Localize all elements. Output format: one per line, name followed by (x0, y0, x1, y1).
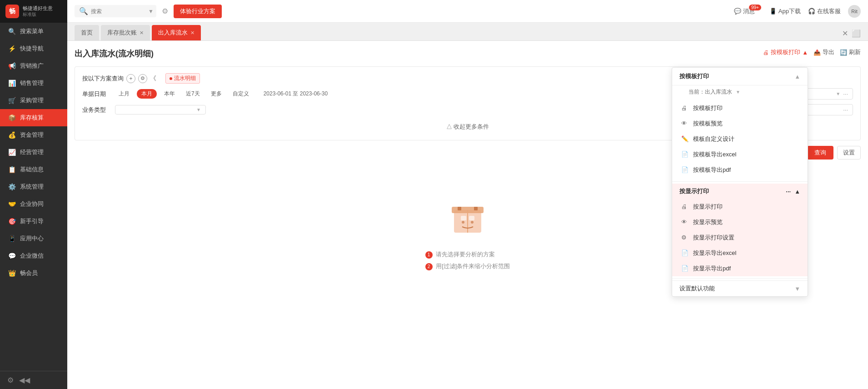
search-input[interactable] (91, 8, 145, 15)
display-item-display-preview[interactable]: 👁按显示预览 (672, 214, 808, 230)
dropdown-item-template-print[interactable]: 🖨按模板打印 (672, 100, 808, 116)
search-icon: 🔍 (79, 7, 88, 15)
filter-add-button[interactable]: + (126, 74, 135, 83)
header-search-box[interactable]: 🔍 ▼ (75, 5, 156, 17)
dropdown-current[interactable]: 当前：出入库流水 ▼ (672, 85, 808, 99)
message-badge: 99+ (749, 5, 761, 10)
export-button[interactable]: 📤 导出 (813, 48, 834, 56)
search-dropdown-arrow[interactable]: ▼ (148, 8, 154, 15)
date-btn-more[interactable]: 更多 (207, 89, 225, 99)
sidebar-item-member[interactable]: 👑畅会员 (0, 264, 67, 282)
svg-rect-4 (469, 216, 474, 220)
sidebar-item-basic-info[interactable]: 📋基础信息 (0, 161, 67, 178)
header-gear-icon[interactable]: ⚙ (162, 7, 168, 15)
quick-nav-icon: ⚡ (7, 45, 16, 52)
close-tab-icon[interactable]: ✕ (842, 29, 848, 38)
tip1-number: 1 (425, 251, 433, 259)
sidebar: 畅 畅捷通好生意 标准版 🔍搜索菜单⚡快捷导航📢营销推广📊销售管理🛒采购管理📦库… (0, 0, 67, 389)
settings-button[interactable]: 设置 (837, 146, 861, 160)
filter-settings-button[interactable]: ⚙ (138, 74, 147, 83)
user-avatar[interactable]: Rit (848, 5, 861, 18)
sidebar-item-search[interactable]: 🔍搜索菜单 (0, 23, 67, 40)
finance-icon: 💰 (7, 131, 16, 139)
dropdown-item-template-export-excel[interactable]: 📄按模板导出excel (672, 147, 808, 162)
basic-info-label: 基础信息 (20, 165, 44, 174)
date-btn-last-month[interactable]: 上月 (115, 89, 133, 99)
sidebar-item-purchase[interactable]: 🛒采购管理 (0, 92, 67, 109)
display-item-display-print[interactable]: 🖨按显示打印 (672, 199, 808, 214)
sidebar-item-system[interactable]: ⚙️系统管理 (0, 178, 67, 195)
tab-close-batch-account[interactable]: ✕ (140, 30, 144, 36)
tab-close-flow[interactable]: ✕ (190, 30, 195, 36)
template-preview-icon: 👁 (681, 120, 688, 127)
filter-tag-label: 流水明细 (174, 75, 196, 82)
tab-home[interactable]: 首页 (75, 25, 99, 40)
settings-icon[interactable]: ⚙ (7, 376, 14, 384)
app-download-button[interactable]: 📱 App下载 (769, 7, 801, 15)
dropdown-item-template-export-pdf[interactable]: 📄按模板导出pdf (672, 162, 808, 178)
template-print-button[interactable]: 🖨 按模板打印 ▲ (763, 48, 808, 56)
display-item-display-export-pdf[interactable]: 📄按显示导出pdf (672, 261, 808, 276)
template-print-label: 按模板打印 (771, 48, 800, 56)
doc-type-dots[interactable]: ··· (843, 90, 848, 97)
trial-button[interactable]: 体验行业方案 (174, 5, 222, 18)
query-button[interactable]: 查询 (807, 146, 833, 160)
logo-icon: 畅 (5, 5, 19, 18)
guide-icon: 🎯 (7, 218, 16, 225)
service-label: 在线客服 (817, 7, 841, 15)
refresh-button[interactable]: 🔄 刷新 (840, 48, 861, 56)
date-btn-current-year[interactable]: 本年 (160, 89, 179, 99)
sidebar-item-guide[interactable]: 🎯新手引导 (0, 213, 67, 230)
sidebar-item-wechat[interactable]: 💬企业微信 (0, 247, 67, 264)
display-section-title: 按显示打印 (679, 187, 709, 195)
tabs-bar-right: ✕ ⬜ (842, 29, 861, 38)
marketing-label: 营销推广 (20, 62, 44, 70)
template-export-excel-label: 按模板导出excel (693, 150, 736, 159)
warehouse-dots[interactable]: ··· (843, 106, 848, 113)
sidebar-item-sales[interactable]: 📊销售管理 (0, 75, 67, 92)
collapse-icon[interactable]: ◀◀ (19, 376, 30, 384)
dropdown-footer[interactable]: 设置默认功能 ▼ (672, 280, 808, 296)
finance-label: 资金管理 (20, 131, 44, 139)
display-item-display-export-excel[interactable]: 📄按显示导出excel (672, 245, 808, 261)
svg-rect-3 (461, 216, 466, 220)
app-center-icon: 📱 (7, 235, 16, 242)
sidebar-item-operation[interactable]: 📈经营管理 (0, 144, 67, 161)
dropdown-item-template-preview[interactable]: 👁按模板预览 (672, 116, 808, 131)
system-icon: ⚙️ (7, 183, 16, 190)
sidebar-item-inventory[interactable]: 📦库存核算 (0, 109, 67, 126)
biz-type-select[interactable]: ▼ (115, 105, 206, 115)
app-center-label: 应用中心 (20, 234, 44, 243)
refresh-label: 刷新 (849, 48, 861, 56)
app-icon: 📱 (769, 8, 777, 15)
filter-collapse-button[interactable]: 《 (150, 75, 156, 83)
operation-icon: 📈 (7, 149, 16, 156)
svg-point-8 (471, 221, 474, 224)
purchase-icon: 🛒 (7, 97, 16, 104)
dropdown-item-template-custom[interactable]: ✏️模板自定义设计 (672, 131, 808, 147)
display-export-excel-label: 按显示导出excel (693, 249, 736, 257)
section-collapse-arrow[interactable]: ▲ (794, 188, 800, 195)
svg-rect-5 (458, 207, 461, 210)
date-btn-custom[interactable]: 自定义 (229, 89, 253, 99)
footer-label: 设置默认功能 (679, 284, 715, 293)
display-item-display-print-settings[interactable]: ⚙按显示打印设置 (672, 230, 808, 245)
date-btn-current-month[interactable]: 本月 (137, 89, 157, 99)
sidebar-item-quick-nav[interactable]: ⚡快捷导航 (0, 40, 67, 57)
dots-icon[interactable]: ··· (786, 188, 791, 195)
customer-service-button[interactable]: 🎧 在线客服 (808, 7, 841, 15)
collapse-label: 收起更多条件 (454, 123, 489, 130)
date-range-text: 2023-06-01 至 2023-06-30 (264, 90, 328, 98)
sidebar-item-app-center[interactable]: 📱应用中心 (0, 230, 67, 247)
display-section-header[interactable]: 按显示打印 ··· ▲ (672, 184, 808, 199)
tab-flow[interactable]: 出入库流水✕ (152, 25, 201, 40)
maximize-icon[interactable]: ⬜ (852, 29, 861, 38)
sidebar-item-enterprise[interactable]: 🤝企业协同 (0, 195, 67, 213)
filter-tag[interactable]: 流水明细 (165, 73, 200, 84)
sidebar-item-finance[interactable]: 💰资金管理 (0, 126, 67, 144)
date-btn-last-7-days[interactable]: 近7天 (182, 89, 204, 99)
sidebar-item-marketing[interactable]: 📢营销推广 (0, 57, 67, 75)
message-button[interactable]: 💬 消息 99+ (734, 7, 755, 15)
dropdown-collapse-arrow[interactable]: ▲ (794, 73, 800, 80)
tab-batch-account[interactable]: 库存批次账✕ (101, 25, 150, 40)
